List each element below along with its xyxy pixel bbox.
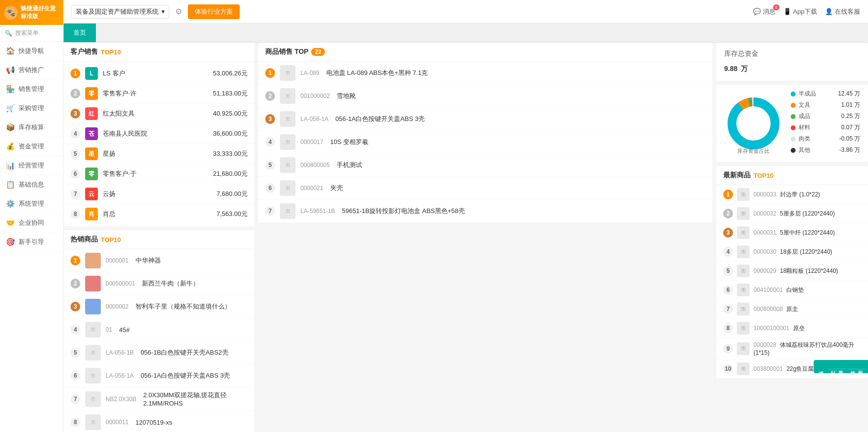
rank-number: 2 [70, 279, 80, 288]
new-product-item: 8 图 10000100001 原垒 [716, 319, 868, 338]
new-product-code: 000800008 [754, 306, 783, 312]
product-ranking-title: 商品销售 TOP [265, 48, 308, 56]
new-product-name: 原垒 [793, 325, 805, 332]
rank-number: 8 [70, 209, 80, 219]
search-menu-label: 搜索菜单 [15, 29, 39, 37]
new-products-list: 1 图 0000033 封边带 (1.0*22) 2 图 0000032 5厘多… [716, 185, 868, 379]
sidebar-item-enterprise[interactable]: 🤝企业协同 [0, 214, 63, 233]
app-download-label: App下载 [793, 7, 817, 16]
product-name: 新西兰牛肉（新牛） [142, 279, 199, 288]
nav-label-system: 系统管理 [19, 199, 44, 208]
float-customer-service[interactable]: 客服热线 [847, 364, 866, 369]
trial-button[interactable]: 体验行业方案 [188, 4, 240, 19]
online-service-button[interactable]: 👤 在线客服 [825, 7, 860, 16]
new-product-thumbnail: 图 [737, 342, 750, 355]
system-selector[interactable]: 装备及固定资产辅助管理系统 ▾ [71, 5, 169, 19]
product-code: 0000002 [106, 303, 129, 310]
product-thumbnail: 图 [280, 134, 296, 150]
product-code: 01 [106, 326, 112, 333]
messages-button[interactable]: 💬 消息 6 [753, 7, 776, 16]
rank-number: 2 [265, 91, 275, 101]
customer-ranking-title: 客户销售 [70, 48, 98, 56]
nav-icon-sales: 🏪 [6, 85, 15, 94]
sidebar-item-purchase[interactable]: 🛒采购管理 [0, 99, 63, 118]
sidebar-item-inventory[interactable]: 📦库存核算 [0, 118, 63, 137]
rank-amount: 21,680.00元 [213, 169, 248, 178]
new-products-header: 最新商品 TOP10 [716, 166, 868, 185]
product-rank-item: 3 图 LA-056-1A 056-1A白色按键开关盖ABS 3壳 [258, 108, 712, 131]
sidebar: 🐾 畅捷通好生意 标准版 🔍 搜索菜单 🏠快捷导航📢营销推广🏪销售管理🛒采购管理… [0, 0, 64, 432]
new-product-code: 003800001 [754, 365, 783, 372]
search-menu[interactable]: 🔍 搜索菜单 [0, 25, 63, 42]
rank-number: 2 [70, 89, 80, 98]
nav-label-quick-nav: 快捷导航 [19, 47, 44, 55]
rank-avatar: 零 [85, 168, 98, 180]
rank-name: 星扬 [103, 149, 208, 158]
settings-icon[interactable]: ⚙ [175, 7, 182, 16]
legend-value: 0.07 万 [841, 123, 860, 132]
sidebar-item-marketing[interactable]: 📢营销推广 [0, 61, 63, 80]
product-thumbnail: 图 [85, 345, 101, 360]
product-thumbnail: 图 [280, 65, 296, 81]
main-content: 装备及固定资产辅助管理系统 ▾ ⚙ 体验行业方案 💬 消息 6 📱 App下载 … [64, 0, 868, 432]
sidebar-item-sales[interactable]: 🏪销售管理 [0, 80, 63, 99]
app-download-button[interactable]: 📱 App下载 [783, 7, 817, 16]
customer-ranking-header: 客户销售 TOP10 [64, 43, 254, 62]
sidebar-item-operation[interactable]: 📊经营管理 [0, 156, 63, 175]
legend-dot [791, 137, 796, 142]
sidebar-item-basic-info[interactable]: 📋基础信息 [0, 175, 63, 194]
rank-amount: 36,600.00元 [213, 129, 248, 138]
nav-icon-marketing: 📢 [6, 66, 15, 74]
inventory-title: 库存总资金 [724, 49, 860, 58]
new-product-code: 0000033 [754, 191, 777, 198]
nav-label-marketing: 营销推广 [19, 66, 44, 74]
rank-item: 5 星 星扬 33,333.00元 [64, 144, 254, 164]
hot-products-header: 热销商品 TOP10 [64, 230, 254, 249]
product-thumbnail [85, 299, 101, 314]
sidebar-title: 畅捷通好生意 [21, 5, 56, 13]
new-product-item: 6 图 004100001 白钢垫 [716, 281, 868, 300]
new-product-thumbnail: 图 [737, 284, 750, 296]
rank-number: 5 [265, 160, 275, 170]
float-live[interactable]: 直播 [816, 364, 827, 369]
rank-number: 6 [723, 285, 733, 295]
sidebar-item-system[interactable]: ⚙️系统管理 [0, 194, 63, 214]
rank-number: 5 [70, 149, 80, 159]
rank-item: 7 云 云扬 7,680.00元 [64, 184, 254, 204]
sidebar-item-guide[interactable]: 🎯新手引导 [0, 233, 63, 252]
nav-icon-quick-nav: 🏠 [6, 47, 15, 55]
new-product-name: 原圭 [786, 306, 798, 312]
rank-number: 8 [70, 417, 80, 427]
product-thumbnail [85, 253, 101, 268]
sidebar-item-finance[interactable]: 💰资金管理 [0, 137, 63, 156]
float-service-community[interactable]: 服务社区 [828, 364, 846, 369]
tab-home[interactable]: 首页 [64, 24, 96, 42]
rank-name: 云扬 [103, 190, 211, 198]
svg-point-1 [732, 102, 775, 145]
product-code: 0000021 [300, 185, 323, 192]
sidebar-item-quick-nav[interactable]: 🏠快捷导航 [0, 42, 63, 61]
product-code: LA-056-1B [106, 349, 134, 356]
topbar-right: 💬 消息 6 📱 App下载 👤 在线客服 [753, 7, 860, 16]
rank-name: 肖总 [103, 210, 211, 218]
new-product-code: 0000032 [754, 210, 777, 217]
product-code: LA-056-1A [106, 372, 134, 379]
nav-icon-enterprise: 🤝 [6, 218, 15, 227]
hot-products-list: 1 0000001 中华神器 2 000500001 新西兰牛肉（新牛） 3 0… [64, 249, 254, 432]
sidebar-nav: 🏠快捷导航📢营销推广🏪销售管理🛒采购管理📦库存核算💰资金管理📊经营管理📋基础信息… [0, 42, 63, 252]
nav-icon-inventory: 📦 [6, 123, 15, 132]
new-product-info: 0000030 18多层 (1220*2440) [754, 248, 861, 256]
legend-value: 1.01 万 [841, 101, 860, 109]
product-thumbnail: 图 [85, 414, 101, 430]
rank-item: 8 肖 肖总 7,563.00元 [64, 204, 254, 224]
page-tabs: 首页 [64, 24, 868, 43]
float-service[interactable]: 客服热线 服务社区 直播 [814, 360, 868, 373]
rank-avatar: 云 [85, 188, 98, 200]
new-product-thumbnail: 图 [737, 226, 750, 239]
product-name: 手机测试 [337, 161, 362, 169]
message-icon: 💬 [753, 8, 761, 15]
new-product-thumbnail: 图 [737, 207, 750, 220]
nav-icon-finance: 💰 [6, 142, 15, 151]
inventory-amount: 9.88 万 [724, 60, 860, 74]
hot-products-title: 热销商品 [70, 235, 98, 244]
